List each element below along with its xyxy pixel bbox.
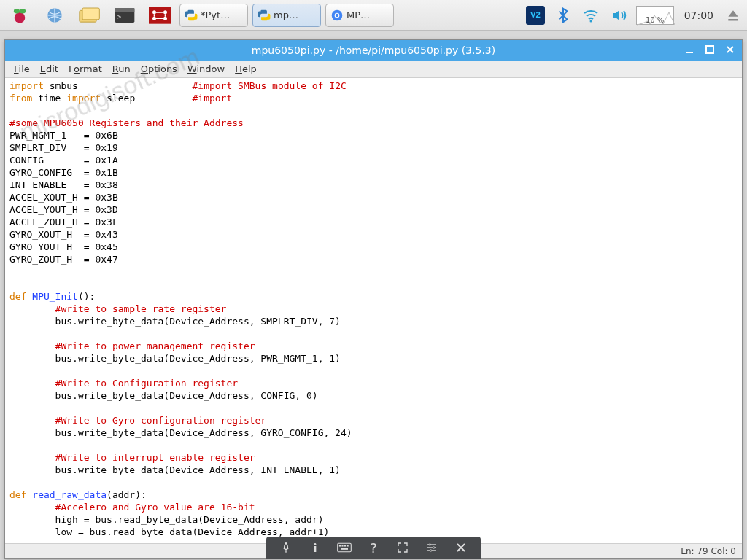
svg-point-16	[336, 13, 339, 17]
vnc-settings-icon[interactable]	[424, 540, 440, 556]
idle-window: mpu6050pi.py - /home/pi/mpu6050pi.py (3.…	[4, 39, 743, 559]
clock[interactable]: 07:00	[681, 9, 716, 21]
svg-point-2	[20, 9, 26, 14]
svg-rect-21	[706, 46, 713, 53]
svg-text:>_: >_	[117, 13, 125, 20]
bluetooth-icon[interactable]	[553, 5, 573, 26]
code-editor[interactable]: import smbus #import SMBus module of I2C…	[5, 78, 742, 543]
svg-rect-28	[347, 545, 349, 546]
menu-window[interactable]: Window	[183, 62, 229, 76]
window-minimize-button[interactable]	[682, 42, 697, 57]
system-tray: V2 10 % 07:00	[525, 5, 743, 26]
svg-point-12	[152, 16, 156, 20]
file-manager-icon[interactable]	[74, 4, 105, 27]
window-maximize-button[interactable]	[703, 42, 717, 57]
taskbar-item-python2[interactable]: mp…	[252, 4, 321, 27]
cpu-usage-label: 10 %	[646, 16, 664, 24]
window-close-button[interactable]	[723, 42, 738, 57]
menu-run[interactable]: Run	[108, 62, 135, 76]
svg-point-19	[589, 20, 592, 22]
svg-point-11	[163, 10, 167, 14]
vnc-help-icon[interactable]: ?	[365, 540, 382, 556]
taskbar-item-python1[interactable]: *Pyt…	[179, 4, 248, 27]
window-titlebar[interactable]: mpu6050pi.py - /home/pi/mpu6050pi.py (3.…	[5, 40, 742, 61]
menu-format[interactable]: Format	[64, 62, 107, 76]
terminal-icon[interactable]: >_	[109, 4, 140, 27]
menu-help[interactable]: Help	[231, 62, 261, 76]
svg-rect-29	[341, 548, 348, 550]
svg-rect-26	[341, 545, 343, 546]
svg-point-35	[430, 550, 432, 552]
taskbar-item-label: MP…	[347, 9, 370, 20]
vnc-pin-icon[interactable]	[278, 540, 294, 556]
vnc-info-icon[interactable]	[307, 540, 323, 556]
menu-file[interactable]: File	[9, 62, 34, 76]
vnc-icon[interactable]: V2	[525, 5, 546, 26]
svg-rect-9	[149, 7, 171, 23]
eject-icon[interactable]	[724, 6, 743, 25]
svg-point-0	[15, 12, 26, 23]
svg-rect-25	[339, 545, 341, 546]
wifi-icon[interactable]	[581, 5, 601, 26]
vnc-keyboard-icon[interactable]	[336, 540, 352, 556]
window-title: mpu6050pi.py - /home/pi/mpu6050pi.py (3.…	[252, 44, 495, 56]
svg-point-13	[163, 16, 167, 20]
svg-point-10	[152, 10, 156, 14]
svg-point-34	[433, 547, 435, 549]
desktop-panel: >_ *Pyt… mp… MP… V2 10 % 07:00	[0, 0, 747, 31]
vnc-toolbar: ?	[266, 537, 481, 559]
svg-rect-24	[338, 543, 352, 551]
raspberry-menu-icon[interactable]	[4, 4, 35, 27]
svg-rect-23	[314, 546, 317, 552]
vnc-fullscreen-icon[interactable]	[395, 540, 411, 556]
cpu-usage-graph[interactable]: 10 %	[636, 6, 674, 25]
svg-rect-5	[82, 8, 99, 20]
svg-rect-27	[344, 545, 346, 546]
web-browser-icon[interactable]	[39, 4, 70, 27]
taskbar-item-label: *Pyt…	[201, 9, 230, 20]
svg-point-1	[14, 9, 20, 14]
menu-options[interactable]: Options	[136, 62, 182, 76]
svg-rect-7	[115, 8, 135, 12]
cursor-position: Ln: 79 Col: 0	[681, 546, 736, 556]
node-red-icon[interactable]	[144, 4, 175, 27]
svg-rect-20	[686, 52, 693, 53]
vnc-close-icon[interactable]	[453, 540, 469, 556]
svg-text:V2: V2	[530, 10, 541, 19]
svg-point-33	[429, 544, 431, 546]
menu-edit[interactable]: Edit	[36, 62, 63, 76]
svg-point-22	[314, 543, 317, 545]
menubar: File Edit Format Run Options Window Help	[5, 61, 742, 78]
volume-icon[interactable]	[608, 5, 629, 26]
taskbar-item-chromium[interactable]: MP…	[325, 4, 394, 27]
taskbar-item-label: mp…	[274, 9, 298, 20]
